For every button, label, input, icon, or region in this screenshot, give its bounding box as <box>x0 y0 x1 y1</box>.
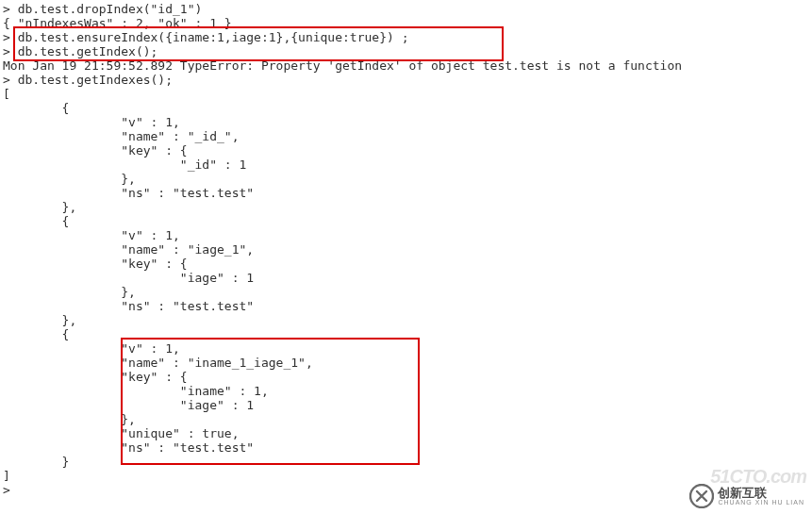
brand-logo-icon <box>689 484 714 508</box>
mongo-shell-output: > db.test.dropIndex("id_1") { "nIndexesW… <box>0 0 812 499</box>
brand-en: CHUANG XIN HU LIAN <box>718 499 804 506</box>
brand-logo-text: 创新互联 CHUANG XIN HU LIAN <box>718 487 804 506</box>
brand-cn: 创新互联 <box>718 487 804 499</box>
brand-logo: 创新互联 CHUANG XIN HU LIAN <box>689 484 804 508</box>
